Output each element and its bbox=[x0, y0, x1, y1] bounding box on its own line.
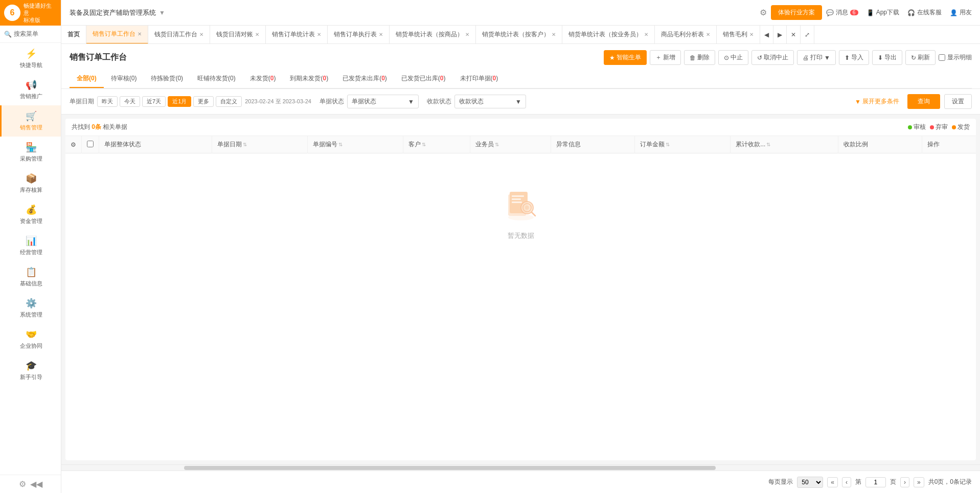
tab-home[interactable]: 首页 bbox=[61, 26, 86, 44]
sidebar-item-purchase-mgmt[interactable]: 🏪 采购管理 bbox=[0, 137, 61, 168]
sidebar-item-newbie-guide[interactable]: 🎓 新手引导 bbox=[0, 355, 61, 386]
sidebar-item-basic-info[interactable]: 📋 基础信息 bbox=[0, 261, 61, 293]
tab-sales-stat-client[interactable]: 销货单统计表（按客户） ✕ bbox=[476, 26, 562, 44]
set-btn[interactable]: 设置 bbox=[944, 94, 972, 109]
ship-btn[interactable]: 发货 bbox=[952, 123, 970, 131]
settings-bottom-icon[interactable]: ⚙ bbox=[19, 479, 26, 489]
filter-tab-shipped-out[interactable]: 已发货已出库(0) bbox=[394, 70, 453, 88]
sidebar-item-marketing-promo[interactable]: 📢 营销推广 bbox=[0, 74, 61, 105]
topbar-dropdown-icon[interactable]: ▼ bbox=[159, 9, 165, 16]
filter-date-more[interactable]: 更多 bbox=[193, 96, 214, 107]
tab-close-sales-exec[interactable]: ✕ bbox=[379, 32, 383, 37]
filter-payment-select[interactable]: 收款状态 ▼ bbox=[454, 95, 526, 108]
tab-sales-stat[interactable]: 销售订单统计表 ✕ bbox=[266, 26, 328, 44]
filter-tab-pending-inspect[interactable]: 待拣验货(0) bbox=[144, 70, 190, 88]
user-btn[interactable]: 👤 用友 bbox=[950, 8, 972, 17]
sidebar-item-system-mgmt[interactable]: ⚙️ 系统管理 bbox=[0, 293, 61, 324]
filter-date-custom[interactable]: 自定义 bbox=[216, 96, 242, 107]
app-download-btn[interactable]: 📱 App下载 bbox=[867, 8, 899, 17]
refresh-btn[interactable]: ↻ 刷新 bbox=[905, 50, 936, 65]
stop-btn[interactable]: ⊙ 中止 bbox=[718, 50, 748, 65]
tab-sales-stat-product[interactable]: 销货单统计表（按商品） ✕ bbox=[390, 26, 476, 44]
tab-product-margin[interactable]: 商品毛利分析表 ✕ bbox=[655, 26, 717, 44]
tab-close-sales-stat-staff[interactable]: ✕ bbox=[644, 32, 648, 37]
tab-cash-daily[interactable]: 钱货日清工作台 ✕ bbox=[148, 26, 210, 44]
filter-tab-wangpu[interactable]: 旺铺待发货(0) bbox=[190, 70, 243, 88]
sidebar-search[interactable]: 🔍 搜索菜单 bbox=[0, 26, 61, 43]
filter-tab-not-shipped[interactable]: 未发货(0) bbox=[243, 70, 283, 88]
prev-page-btn[interactable]: ‹ bbox=[842, 477, 851, 487]
tab-sales-workbench[interactable]: 销售订单工作台 ✕ bbox=[86, 26, 148, 44]
print-btn[interactable]: 🖨 打印 ▼ bbox=[797, 50, 836, 65]
filter-status-select[interactable]: 单据状态 ▼ bbox=[347, 95, 419, 108]
tab-sales-exec[interactable]: 销售订单执行表 ✕ bbox=[328, 26, 390, 44]
tab-close-cash-reconcile[interactable]: ✕ bbox=[255, 32, 259, 37]
review-btn[interactable]: 审核 bbox=[908, 123, 926, 131]
th-checkbox[interactable] bbox=[82, 136, 99, 153]
online-service-btn[interactable]: 🎧 在线客服 bbox=[907, 8, 942, 17]
filter-date-today[interactable]: 今天 bbox=[120, 96, 140, 107]
show-detail-input[interactable] bbox=[939, 54, 945, 61]
next-page-btn[interactable]: › bbox=[900, 477, 909, 487]
collapse-sidebar-icon[interactable]: ◀◀ bbox=[30, 479, 42, 489]
page-input[interactable] bbox=[865, 477, 886, 487]
tab-nav-prev[interactable]: ◀ bbox=[760, 26, 773, 44]
tab-cash-reconcile[interactable]: 钱货日清对账 ✕ bbox=[210, 26, 266, 44]
sidebar-item-enterprise-coop[interactable]: 🤝 企业协同 bbox=[0, 324, 61, 355]
th-number[interactable]: 单据编号 ⇅ bbox=[307, 136, 403, 153]
select-all-checkbox[interactable] bbox=[87, 141, 94, 147]
filter-date-yesterday[interactable]: 昨天 bbox=[97, 96, 118, 107]
column-settings-icon[interactable]: ⚙ bbox=[71, 141, 76, 148]
add-btn[interactable]: ＋ 新增 bbox=[650, 50, 681, 65]
tab-close-sales-stat[interactable]: ✕ bbox=[317, 32, 321, 37]
th-date[interactable]: 单据日期 ⇅ bbox=[212, 136, 307, 153]
filter-area: 单据日期 昨天 今天 近7天 近1月 更多 自定义 2023-02-24 至 2… bbox=[61, 89, 980, 115]
import-btn[interactable]: ⬆ 导入 bbox=[839, 50, 869, 65]
filter-date-7days[interactable]: 近7天 bbox=[142, 96, 166, 107]
tab-nav-next[interactable]: ▶ bbox=[773, 26, 787, 44]
filter-tab-shipped-not-out[interactable]: 已发货未出库(0) bbox=[335, 70, 394, 88]
industry-btn[interactable]: 体验行业方案 bbox=[771, 5, 822, 20]
tab-close-sales-workbench[interactable]: ✕ bbox=[138, 31, 142, 37]
tab-close-product-margin[interactable]: ✕ bbox=[706, 32, 710, 37]
last-page-btn[interactable]: » bbox=[914, 477, 924, 487]
sidebar-item-quicknav[interactable]: ⚡ 快捷导航 bbox=[0, 43, 61, 74]
tab-sales-stat-staff[interactable]: 销货单统计表（按业务员） ✕ bbox=[562, 26, 655, 44]
horizontal-scrollbar[interactable] bbox=[61, 464, 980, 470]
th-settings[interactable]: ⚙ bbox=[65, 136, 82, 153]
filter-tab-all[interactable]: 全部(0) bbox=[70, 70, 104, 88]
sidebar-item-finance-mgmt[interactable]: 💰 资金管理 bbox=[0, 199, 61, 230]
tab-close-sales-stat-product[interactable]: ✕ bbox=[465, 32, 469, 37]
cancel-review-btn[interactable]: 弃审 bbox=[930, 123, 948, 131]
tab-close-sales-stat-client[interactable]: ✕ bbox=[552, 32, 556, 37]
th-amount[interactable]: 订单金额 ⇅ bbox=[634, 136, 730, 153]
tab-close-sales-profit[interactable]: ✕ bbox=[749, 32, 754, 37]
scrollbar-thumb[interactable] bbox=[184, 466, 716, 470]
page-size-select[interactable]: 10 20 50 100 bbox=[797, 477, 823, 488]
filter-date-1month[interactable]: 近1月 bbox=[168, 96, 191, 107]
filter-tab-not-printed[interactable]: 未打印单据(0) bbox=[453, 70, 506, 88]
tab-maximize[interactable]: ⤢ bbox=[801, 26, 814, 44]
filter-tab-pending-review[interactable]: 待审核(0) bbox=[104, 70, 144, 88]
show-detail-checkbox[interactable]: 显示明细 bbox=[939, 53, 972, 62]
tab-sales-profit[interactable]: 销售毛利 ✕ bbox=[717, 26, 760, 44]
print-dropdown-icon[interactable]: ▼ bbox=[824, 54, 830, 61]
th-collected[interactable]: 累计收款... ⇅ bbox=[731, 136, 838, 153]
export-btn[interactable]: ⬇ 导出 bbox=[872, 50, 902, 65]
delete-btn[interactable]: 🗑 删除 bbox=[684, 50, 715, 65]
topbar-gear-icon[interactable]: ⚙ bbox=[760, 8, 767, 17]
msg-btn[interactable]: 💬 消息 6 bbox=[826, 8, 858, 17]
query-btn[interactable]: 查询 bbox=[907, 94, 940, 109]
th-client[interactable]: 客户 ⇅ bbox=[403, 136, 470, 153]
sidebar-item-inventory-check[interactable]: 📦 库存核算 bbox=[0, 168, 61, 199]
tab-close-all[interactable]: ✕ bbox=[787, 26, 801, 44]
th-staff[interactable]: 业务员 ⇅ bbox=[470, 136, 551, 153]
sidebar-item-business-mgmt[interactable]: 📊 经营管理 bbox=[0, 230, 61, 261]
filter-tab-expired-not-shipped[interactable]: 到期未发货(0) bbox=[283, 70, 335, 88]
expand-conditions-btn[interactable]: ▼ 展开更多条件 bbox=[851, 95, 903, 108]
first-page-btn[interactable]: « bbox=[827, 477, 838, 487]
sidebar-item-sales-mgmt[interactable]: 🛒 销售管理 bbox=[0, 105, 61, 137]
tab-close-cash-daily[interactable]: ✕ bbox=[199, 32, 203, 37]
cancel-stop-btn[interactable]: ↺ 取消中止 bbox=[751, 50, 794, 65]
smart-create-btn[interactable]: ★ 智能生单 bbox=[604, 50, 647, 65]
